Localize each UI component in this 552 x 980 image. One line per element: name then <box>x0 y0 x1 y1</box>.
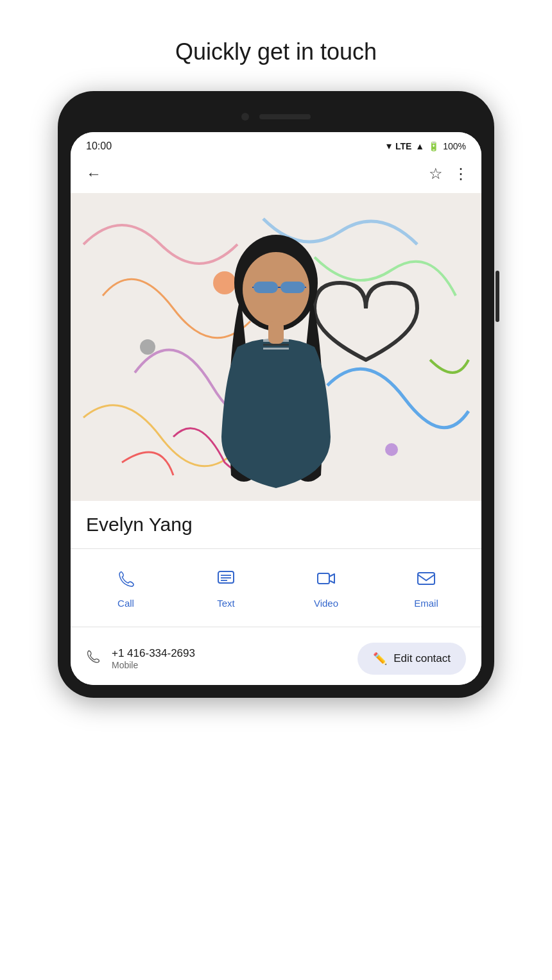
phone-speaker <box>259 114 311 119</box>
edit-contact-button[interactable]: ✏️ Edit contact <box>358 643 466 675</box>
message-icon <box>216 569 236 588</box>
lte-indicator: LTE <box>395 141 411 151</box>
phone-number-row: +1 416-334-2693 Mobile ✏️ Edit contact <box>71 635 481 685</box>
edit-icon: ✏️ <box>373 652 387 666</box>
svg-rect-16 <box>218 571 234 583</box>
svg-rect-14 <box>263 348 289 350</box>
svg-rect-8 <box>280 282 305 293</box>
svg-rect-20 <box>318 573 329 584</box>
video-icon <box>316 569 336 588</box>
phone-icon <box>116 569 135 588</box>
status-icons: ▾ LTE ▲ 🔋 100% <box>386 140 466 152</box>
app-bar-actions: ☆ ⋮ <box>429 165 469 183</box>
video-action-button[interactable]: Video <box>300 564 352 609</box>
divider-2 <box>71 627 481 627</box>
text-icon-container <box>212 564 240 593</box>
svg-rect-13 <box>263 344 289 346</box>
action-buttons-row: Call Text <box>71 557 481 619</box>
favorite-button[interactable]: ☆ <box>429 165 443 183</box>
svg-point-1 <box>140 339 155 355</box>
side-button <box>496 271 499 322</box>
call-action-button[interactable]: Call <box>100 564 151 609</box>
text-label: Text <box>217 598 235 609</box>
contact-name: Evelyn Yang <box>86 514 466 536</box>
phone-details: +1 416-334-2693 Mobile <box>112 647 358 670</box>
more-options-button[interactable]: ⋮ <box>453 165 469 183</box>
svg-rect-15 <box>268 321 284 344</box>
battery-icon: 🔋 <box>428 141 439 151</box>
page-title: Quickly get in touch <box>175 38 377 65</box>
svg-rect-21 <box>418 573 435 584</box>
svg-point-3 <box>385 443 398 456</box>
phone-row-icon <box>86 649 101 668</box>
email-action-button[interactable]: Email <box>401 564 452 609</box>
phone-notch <box>71 104 481 130</box>
email-label: Email <box>414 598 438 609</box>
app-bar: ← ☆ ⋮ <box>71 157 481 193</box>
contact-info-section: Evelyn Yang <box>71 501 481 541</box>
status-time: 10:00 <box>86 140 112 152</box>
text-action-button[interactable]: Text <box>200 564 252 609</box>
phone-number-text: +1 416-334-2693 <box>112 647 358 660</box>
status-bar: 10:00 ▾ LTE ▲ 🔋 100% <box>71 132 481 157</box>
call-icon-container <box>112 564 140 593</box>
phone-device: 10:00 ▾ LTE ▲ 🔋 100% ← ☆ ⋮ <box>58 91 494 698</box>
video-label: Video <box>314 598 338 609</box>
edit-contact-label: Edit contact <box>393 652 451 665</box>
email-icon <box>417 569 436 588</box>
back-button[interactable]: ← <box>83 162 104 185</box>
video-icon-container <box>312 564 340 593</box>
divider-1 <box>71 548 481 549</box>
phone-type-text: Mobile <box>112 660 358 670</box>
email-icon-container <box>412 564 440 593</box>
contact-photo <box>71 193 481 501</box>
svg-rect-7 <box>254 282 278 293</box>
call-label: Call <box>117 598 134 609</box>
wifi-icon: ▾ <box>386 140 392 152</box>
person-figure <box>193 232 359 501</box>
battery-level: 100% <box>443 141 466 151</box>
front-camera <box>241 113 249 121</box>
signal-icon: ▲ <box>415 141 424 151</box>
phone-screen: 10:00 ▾ LTE ▲ 🔋 100% ← ☆ ⋮ <box>71 132 481 685</box>
